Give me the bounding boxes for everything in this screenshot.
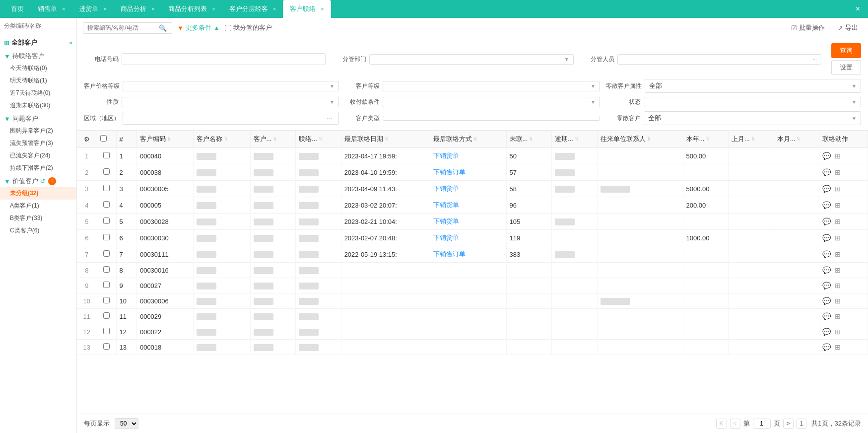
sidebar-item-class-b[interactable]: B类客户(33) <box>0 212 76 224</box>
sidebar-item-churn-warning[interactable]: 流失预警客户(3) <box>0 137 76 149</box>
grid-action-icon[interactable]: ⊞ <box>835 297 841 305</box>
tab-sales-close[interactable]: × <box>62 6 65 12</box>
tab-customer-contact[interactable]: 客户联络 × <box>283 0 331 18</box>
filter-payment-select[interactable]: ▼ <box>383 97 600 107</box>
th-not-contacted[interactable]: 未联...⇅ <box>506 131 552 148</box>
page-size-select[interactable]: 50 <box>115 418 138 429</box>
filter-phone-input[interactable] <box>122 53 326 65</box>
method-link[interactable]: 下销售订单 <box>433 168 466 176</box>
grid-action-icon[interactable]: ⊞ <box>835 152 841 160</box>
chat-icon[interactable]: 💬 <box>822 312 831 320</box>
chat-icon[interactable]: 💬 <box>822 217 831 225</box>
sidebar-item-overdue[interactable]: 逾期未联络(30) <box>0 99 76 112</box>
reset-button[interactable]: 设置 <box>831 60 861 75</box>
row-checkbox[interactable] <box>103 266 110 273</box>
filter-status-select[interactable]: ▼ <box>644 97 861 107</box>
method-link[interactable]: 下销货单 <box>433 234 459 241</box>
search-button[interactable]: 查询 <box>831 43 861 58</box>
grid-action-icon[interactable]: ⊞ <box>835 343 841 351</box>
filter-region-select[interactable]: ··· <box>123 112 339 125</box>
chat-icon[interactable]: 💬 <box>822 282 831 289</box>
th-overdue[interactable]: 逾期...⇅ <box>552 131 598 148</box>
sidebar-group-problem[interactable]: ▼ 问题客户 <box>0 112 76 125</box>
th-this-month[interactable]: 本月...⇅ <box>774 131 819 148</box>
row-checkbox[interactable] <box>103 282 110 288</box>
row-checkbox[interactable] <box>103 250 110 257</box>
region-dots-icon[interactable]: ··· <box>325 114 334 122</box>
th-last-method[interactable]: 最后联络方式⇅ <box>430 131 506 148</box>
th-this-year[interactable]: 本年...⇅ <box>683 131 729 148</box>
bulk-ops-btn[interactable]: ☑ 批量操作 <box>787 22 829 34</box>
chat-icon[interactable]: 💬 <box>822 343 831 351</box>
th-name[interactable]: 客户名称⇅ <box>194 131 250 148</box>
sidebar-item-churned[interactable]: 已流失客户(24) <box>0 149 76 162</box>
grid-action-icon[interactable]: ⊞ <box>835 185 841 193</box>
sidebar-item-hoarding[interactable]: 囤购异常客户(2) <box>0 125 76 137</box>
method-link[interactable]: 下销售订单 <box>433 250 466 258</box>
th-settings[interactable]: ⚙ <box>77 131 97 148</box>
method-link[interactable]: 下销货单 <box>433 185 459 192</box>
select-all-checkbox[interactable] <box>100 135 107 142</box>
th-type[interactable]: 客户...⇅ <box>250 131 296 148</box>
next-page-btn[interactable]: > <box>783 419 794 429</box>
sidebar-item-class-c[interactable]: C类客户(6) <box>0 224 76 237</box>
filter-zero-customer-select[interactable]: 全部 ▼ <box>644 111 861 125</box>
grid-action-icon[interactable]: ⊞ <box>835 312 841 320</box>
filter-nature-select[interactable]: ▼ <box>122 97 339 107</box>
tab-purchase[interactable]: 进货单 × <box>72 0 113 18</box>
chat-icon[interactable]: 💬 <box>822 152 831 160</box>
tab-purchase-close[interactable]: × <box>103 6 106 12</box>
tab-product-analysis[interactable]: 商品分析 × <box>114 0 161 18</box>
grid-action-icon[interactable]: ⊞ <box>835 201 841 209</box>
row-checkbox[interactable] <box>103 185 110 191</box>
th-last-month[interactable]: 上月...⇅ <box>729 131 774 148</box>
sidebar-item-class-a[interactable]: A类客户(1) <box>0 200 76 212</box>
row-checkbox[interactable] <box>103 152 110 158</box>
grid-action-icon[interactable]: ⊞ <box>835 217 841 225</box>
chat-icon[interactable]: 💬 <box>822 266 831 274</box>
sidebar-item-today-pending[interactable]: 今天待联络(0) <box>0 62 76 74</box>
main-search-input[interactable] <box>87 24 157 31</box>
filter-customer-type-select[interactable] <box>383 116 600 121</box>
grid-action-icon[interactable]: ⊞ <box>835 250 841 258</box>
chat-icon[interactable]: 💬 <box>822 328 831 336</box>
grid-action-icon[interactable]: ⊞ <box>835 328 841 336</box>
chat-icon[interactable]: 💬 <box>822 185 831 193</box>
sidebar-item-declining[interactable]: 持续下滑客户(2) <box>0 162 76 174</box>
row-checkbox[interactable] <box>103 168 110 175</box>
th-contact[interactable]: 联络...⇅ <box>296 131 341 148</box>
prev-page-btn[interactable]: < <box>730 419 740 429</box>
tab-product-analysis-list[interactable]: 商品分析列表 × <box>161 0 222 18</box>
chat-icon[interactable]: 💬 <box>822 250 831 258</box>
chat-icon[interactable]: 💬 <box>822 201 831 209</box>
grid-action-icon[interactable]: ⊞ <box>835 266 841 274</box>
method-link[interactable]: 下销货单 <box>433 217 459 225</box>
refresh-icon[interactable]: ↺ <box>40 178 45 185</box>
filter-manager-select[interactable]: ··· <box>617 54 821 65</box>
sidebar-item-ungrouped[interactable]: 未分组(32) <box>0 187 76 200</box>
chat-icon[interactable]: 💬 <box>822 234 831 242</box>
row-checkbox[interactable] <box>103 343 110 350</box>
row-checkbox[interactable] <box>103 217 110 224</box>
sidebar-search-input[interactable] <box>4 22 77 29</box>
row-checkbox[interactable] <box>103 312 110 319</box>
sidebar-all-customers[interactable]: ⊞ 全部客户 « <box>0 34 76 49</box>
th-last-date[interactable]: 最后联络日期⇅ <box>341 131 430 148</box>
sidebar-item-tomorrow-pending[interactable]: 明天待联络(1) <box>0 74 76 87</box>
tab-home[interactable]: 首页 <box>4 0 31 18</box>
tab-product-analysis-close[interactable]: × <box>151 6 154 12</box>
method-link[interactable]: 下销货单 <box>433 152 459 159</box>
row-checkbox[interactable] <box>103 201 110 208</box>
method-link[interactable]: 下销货单 <box>433 201 459 209</box>
page-number-input[interactable] <box>753 419 771 429</box>
sidebar-collapse-icon[interactable]: « <box>69 39 72 46</box>
th-trade-contact[interactable]: 往来单位联系人⇅ <box>597 131 683 148</box>
filter-customer-level-select[interactable]: ▼ <box>383 81 600 91</box>
sidebar-item-7day-pending[interactable]: 近7天待联络(0) <box>0 87 76 99</box>
grid-action-icon[interactable]: ⊞ <box>835 168 841 176</box>
filter-dept-select[interactable]: ▼ <box>369 54 573 65</box>
tab-product-analysis-list-close[interactable]: × <box>212 6 215 12</box>
chat-icon[interactable]: 💬 <box>822 168 831 176</box>
filter-zero-attr-select[interactable]: 全部 ▼ <box>645 79 861 93</box>
first-page-btn[interactable]: K <box>716 419 727 429</box>
